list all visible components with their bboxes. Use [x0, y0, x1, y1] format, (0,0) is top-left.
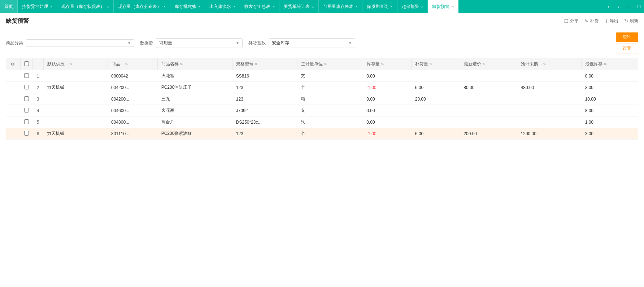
th-row-num [32, 58, 43, 70]
sort-icon: ⇅ [69, 62, 72, 66]
tab-inout-flow[interactable]: 出入库流水 × [205, 0, 240, 13]
row-checkbox[interactable] [24, 131, 29, 136]
tab-close-icon[interactable]: × [391, 5, 393, 9]
tab-prev-button[interactable]: ‹ [604, 0, 614, 13]
th-product-code[interactable]: 商品... ⇅ [108, 58, 158, 70]
tab-stock-batch[interactable]: 库存批次账 × [170, 0, 205, 13]
tab-close-icon[interactable]: × [233, 5, 235, 9]
th-min-stock[interactable]: 最低库存 ⇅ [582, 58, 638, 70]
tab-receipt-summary[interactable]: 收发存汇总表 × [240, 0, 279, 13]
row-checkbox[interactable] [24, 108, 29, 112]
th-latest-price[interactable]: 最新进价 ⇅ [460, 58, 517, 70]
table-row: 4 004600... 火花塞 J7092 支 0.00 8.00 [6, 105, 638, 116]
tab-available-ledger[interactable]: 可用量库存账本 × [319, 0, 362, 13]
row-gear-cell [6, 116, 20, 128]
tab-close-icon[interactable]: × [107, 5, 109, 9]
row-min-stock: 1.00 [582, 116, 638, 128]
datasource-label: 数据源 [140, 40, 153, 46]
row-checkbox[interactable] [24, 96, 29, 101]
select-all-checkbox[interactable] [24, 61, 29, 66]
row-gear-cell [6, 70, 20, 82]
row-checkbox-cell[interactable] [20, 128, 32, 140]
row-latest-price [460, 116, 517, 128]
tab-nav-controls: ‹ › ― □ [604, 0, 644, 13]
tab-home[interactable]: 首页 [0, 0, 18, 13]
row-checkbox[interactable] [24, 119, 29, 124]
replenish-basis-dropdown-arrow: ▼ [348, 41, 352, 45]
tab-stockout-warning[interactable]: 缺货预警 × [428, 0, 458, 13]
row-min-stock: 8.00 [582, 105, 638, 116]
th-gear[interactable]: ⚙ [6, 58, 20, 70]
sort-icon: ⇅ [324, 62, 327, 66]
row-checkbox-cell[interactable] [20, 82, 32, 93]
row-number: 2 [32, 82, 43, 93]
th-estimated-purchase[interactable]: 预计采购... ⇅ [517, 58, 582, 70]
row-product-code: 801110... [108, 128, 158, 140]
row-product-code: 004800... [108, 116, 158, 128]
row-checkbox-cell[interactable] [20, 116, 32, 128]
tab-close-icon[interactable]: × [199, 5, 201, 9]
category-label: 商品分类 [6, 40, 23, 46]
table-row: 1 0000042 火花塞 SS816 支 0.00 8.00 [6, 70, 638, 82]
tab-close-icon[interactable]: × [356, 5, 358, 9]
tab-expiry-query[interactable]: 保质期查询 × [362, 0, 397, 13]
tab-label: 出入库流水 [209, 4, 231, 10]
table-body: 1 0000042 火花塞 SS816 支 0.00 8.00 2 力天机械 0… [6, 70, 638, 140]
th-replenish-qty[interactable]: 补货量 ⇅ [412, 58, 460, 70]
page-header: 缺货预警 ❐ 分享 ✎ 补货 ⇓ 导出 ↻ 刷新 [0, 13, 644, 28]
tab-minimize-button[interactable]: ― [624, 0, 634, 13]
row-checkbox-cell[interactable] [20, 105, 32, 116]
page-title: 缺货预警 [6, 17, 564, 25]
row-latest-price: 80.00 [460, 82, 517, 93]
refresh-button[interactable]: ↻ 刷新 [624, 18, 638, 24]
row-product-code: 004600... [108, 105, 158, 116]
tab-overstock-warning[interactable]: 超储预警 × [397, 0, 428, 13]
row-min-stock: 3.00 [582, 128, 638, 140]
datasource-filter-group: 数据源 可用量 ▼ [140, 38, 243, 48]
share-icon: ❐ [564, 18, 569, 24]
query-button[interactable]: 查询 [616, 32, 638, 42]
main-content: 缺货预警 ❐ 分享 ✎ 补货 ⇓ 导出 ↻ 刷新 商品分类 [0, 13, 644, 287]
row-replenish-qty: 6.00 [412, 82, 460, 93]
table-header-row: ⚙ 默认供应... ⇅ 商品.. [6, 58, 638, 70]
row-product-name: 火花塞 [158, 70, 232, 82]
row-gear-cell [6, 82, 20, 93]
sort-icon: ⇅ [543, 62, 546, 66]
th-default-supplier[interactable]: 默认供应... ⇅ [43, 58, 108, 70]
tab-current-stock-dist[interactable]: 现存量（库存分布表） × [114, 0, 170, 13]
category-select[interactable]: ▼ [26, 39, 134, 47]
tab-close-icon[interactable]: × [452, 5, 454, 9]
row-stock: -1.00 [363, 82, 412, 93]
row-estimated-purchase [517, 70, 582, 82]
tab-close-icon[interactable]: × [312, 5, 314, 9]
export-button[interactable]: ⇓ 导出 [604, 18, 618, 24]
row-checkbox[interactable] [24, 85, 29, 89]
category-dropdown-arrow: ▼ [127, 41, 131, 45]
row-checkbox-cell[interactable] [20, 93, 32, 105]
th-spec[interactable]: 规格型号 ⇅ [232, 58, 297, 70]
tab-close-icon[interactable]: × [273, 5, 275, 9]
row-estimated-purchase: 480.00 [517, 82, 582, 93]
row-checkbox[interactable] [24, 73, 29, 78]
th-stock[interactable]: 库存量 ⇅ [363, 58, 412, 70]
replenish-button[interactable]: ✎ 补货 [584, 18, 599, 24]
th-unit[interactable]: 主计量单位 ⇅ [297, 58, 363, 70]
tab-order-stats[interactable]: 要货单统计表 × [279, 0, 319, 13]
replenish-basis-select[interactable]: 安全库存 ▼ [269, 38, 355, 48]
th-product-name[interactable]: 商品名称 ⇅ [158, 58, 232, 70]
settings-button[interactable]: 设置 [616, 44, 638, 53]
tab-close-icon[interactable]: × [164, 5, 166, 9]
share-button[interactable]: ❐ 分享 [564, 18, 579, 24]
tab-close-icon[interactable]: × [421, 5, 423, 9]
tab-next-button[interactable]: › [614, 0, 624, 13]
row-unit: 支 [297, 105, 363, 116]
tab-current-stock-status[interactable]: 现存量（库存状况表） × [57, 0, 114, 13]
row-spec: SS816 [232, 70, 297, 82]
datasource-select[interactable]: 可用量 ▼ [156, 38, 243, 48]
table-row: 5 004800... 离合片 DS250*23c... 只 0.00 1.00 [6, 116, 638, 128]
tab-maximize-button[interactable]: □ [634, 0, 644, 13]
row-checkbox-cell[interactable] [20, 70, 32, 82]
row-default-supplier [43, 93, 108, 105]
tab-close-icon[interactable]: × [50, 5, 52, 9]
tab-picking-exception[interactable]: 拣货异常处理 × [18, 0, 57, 13]
